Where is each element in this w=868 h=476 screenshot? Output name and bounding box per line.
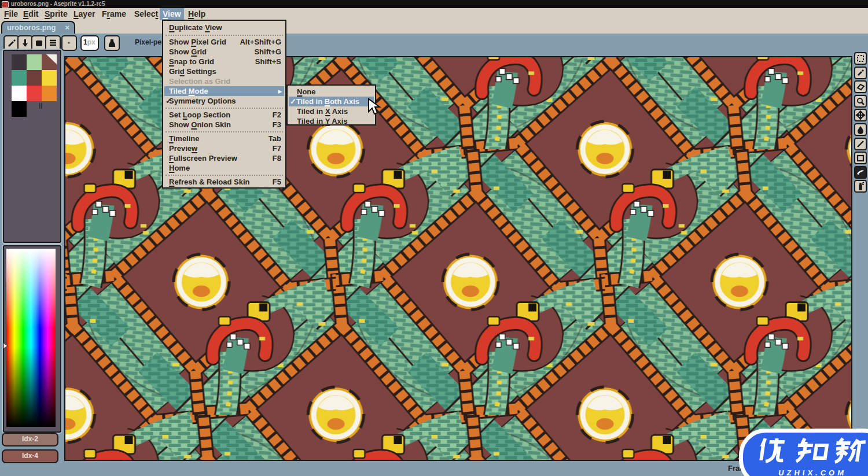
svg-text:UZHIX.COM: UZHIX.COM [778,468,847,476]
